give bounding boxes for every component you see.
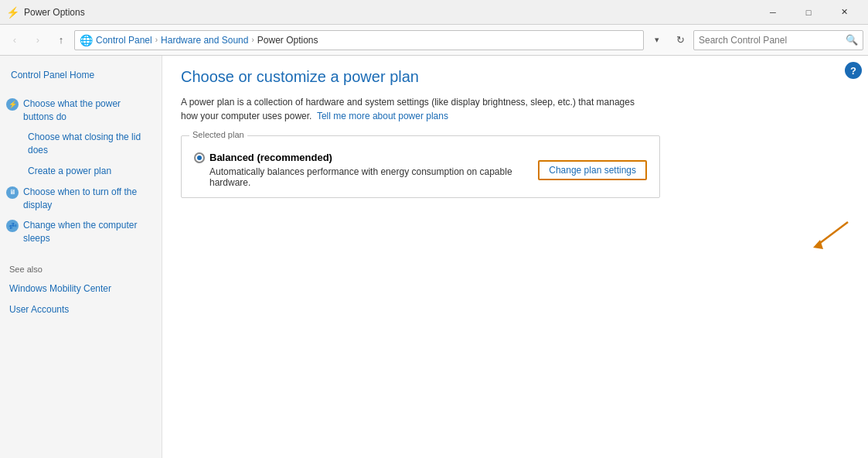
plan-radio[interactable] xyxy=(194,152,205,163)
sidebar-links: ⚡ Choose what the power buttons do Choos… xyxy=(0,94,162,249)
sidebar: Control Panel Home ⚡ Choose what the pow… xyxy=(0,56,162,458)
breadcrumb-bar: 🌐 Control Panel › Hardware and Sound › P… xyxy=(74,30,644,50)
title-bar-controls: ─ □ ✕ xyxy=(755,0,862,25)
back-button[interactable]: ‹ xyxy=(5,30,25,50)
breadcrumb-hardware-sound[interactable]: Hardware and Sound xyxy=(161,35,248,46)
change-plan-settings-button[interactable]: Change plan settings xyxy=(538,160,647,180)
close-button[interactable]: ✕ xyxy=(826,0,862,25)
see-also-title: See also xyxy=(9,265,152,274)
power-buttons-icon: ⚡ xyxy=(6,98,19,111)
sidebar-item-computer-sleeps[interactable]: 💤 Change when the computer sleeps xyxy=(0,215,162,249)
window-title: Power Options xyxy=(24,7,85,18)
search-box: 🔍 xyxy=(693,30,863,50)
plan-section: Selected plan Balanced (recommended) Aut… xyxy=(181,135,660,198)
radio-inner xyxy=(197,156,202,160)
sidebar-item-windows-mobility[interactable]: Windows Mobility Center xyxy=(9,279,152,299)
learn-more-link[interactable]: Tell me more about power plans xyxy=(317,111,448,121)
plan-name: Balanced (recommended) xyxy=(209,152,332,163)
breadcrumb-dropdown-button[interactable]: ▾ xyxy=(647,30,667,50)
sidebar-item-user-accounts[interactable]: User Accounts xyxy=(9,299,152,320)
minimize-button[interactable]: ─ xyxy=(755,0,791,25)
sleep-icon: 💤 xyxy=(6,220,19,232)
plan-description: Automatically balances performance with … xyxy=(209,166,538,188)
selected-plan-label: Selected plan xyxy=(189,130,247,139)
address-bar: ‹ › ↑ 🌐 Control Panel › Hardware and Sou… xyxy=(0,25,868,56)
title-bar-left: ⚡ Power Options xyxy=(6,6,85,19)
sidebar-item-control-panel-home[interactable]: Control Panel Home xyxy=(0,65,162,86)
sidebar-item-create-plan[interactable]: Create a power plan xyxy=(0,161,162,182)
forward-button[interactable]: › xyxy=(28,30,48,50)
breadcrumb-power-options: Power Options xyxy=(257,35,318,46)
refresh-button[interactable]: ↻ xyxy=(670,30,690,50)
title-bar: ⚡ Power Options ─ □ ✕ xyxy=(0,0,868,25)
sidebar-item-closing-lid[interactable]: Choose what closing the lid does xyxy=(0,127,162,161)
arrow-annotation xyxy=(809,218,856,251)
plan-info: Balanced (recommended) Automatically bal… xyxy=(194,152,538,188)
up-button[interactable]: ↑ xyxy=(51,30,71,50)
display-icon: 🖥 xyxy=(6,186,19,199)
breadcrumb-icon: 🌐 xyxy=(80,34,93,46)
see-also-section: See also Windows Mobility Center User Ac… xyxy=(0,265,162,320)
breadcrumb-sep-2: › xyxy=(251,36,254,44)
breadcrumb-sep-1: › xyxy=(155,36,158,44)
description-text: A power plan is a collection of hardware… xyxy=(181,95,645,123)
sidebar-item-turn-off-display[interactable]: 🖥 Choose when to turn off the display xyxy=(0,182,162,216)
app-icon: ⚡ xyxy=(6,6,19,19)
plan-row: Balanced (recommended) Automatically bal… xyxy=(194,152,647,188)
maximize-button[interactable]: □ xyxy=(791,0,826,25)
sidebar-item-power-buttons[interactable]: ⚡ Choose what the power buttons do xyxy=(0,94,162,128)
help-button[interactable]: ? xyxy=(845,62,862,79)
search-input[interactable] xyxy=(699,35,842,46)
main-container: Control Panel Home ⚡ Choose what the pow… xyxy=(0,56,868,458)
breadcrumb-control-panel[interactable]: Control Panel xyxy=(96,35,152,46)
content-area: ? Choose or customize a power plan A pow… xyxy=(162,56,868,458)
page-title: Choose or customize a power plan xyxy=(181,68,849,86)
svg-line-0 xyxy=(817,222,848,245)
search-icon: 🔍 xyxy=(846,34,858,46)
